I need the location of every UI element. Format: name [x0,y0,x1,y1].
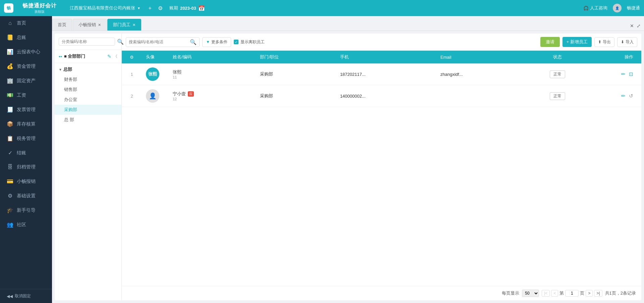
pagination-bar: 每页显示 50 100 |< < 第 页 > >| [122,286,641,300]
dept-edit-button[interactable]: ✎ [107,54,111,59]
pager-first-button[interactable]: |< [542,290,550,297]
tab-bar: 首页 小畅报销 ✕ 部门员工 ✕ ✕ ⤢ [52,16,644,31]
row2-edit-icon[interactable]: ✏ [621,93,626,99]
add-icon[interactable]: ＋ [146,3,154,13]
dept-item-office[interactable]: 办公室 [55,95,121,105]
sidebar-item-close[interactable]: ✓ 结账 [0,146,52,160]
col-name[interactable]: 姓名/编码 [169,51,256,63]
sidebar-label-ledger: 总账 [17,35,26,41]
pager-next-button[interactable]: > [586,290,593,297]
row1-edit-icon[interactable]: ✏ [621,71,626,77]
row2-status-cell: 正常 [527,85,588,107]
sidebar-item-invoice[interactable]: 🧾 发票管理 [0,102,52,117]
service-button[interactable]: 🎧 人工咨询 [583,5,607,11]
row2-avatar-cell: 👤 [142,85,169,107]
settings-nav-icon: ⚙ [7,193,13,199]
tab-expense[interactable]: 小畅报销 ✕ [73,19,107,31]
page-number-input[interactable] [565,290,579,297]
export-button[interactable]: ⬆ 导出 [594,37,614,47]
tab-expand-icon[interactable]: ⤢ [636,22,641,29]
tax-icon: 📋 [7,135,13,142]
row2-email-cell [436,85,527,107]
sidebar-item-archive[interactable]: 🗄 归档管理 [0,160,52,174]
sidebar-item-guide[interactable]: 🎓 新手引导 [0,203,52,217]
assets-icon: 🏢 [7,78,13,84]
row2-delete-icon[interactable]: ↺ [629,93,633,99]
employee-table-area: 🔍 ▼ 更多条件 ✓ 显示离职员工 邀请 + 新增员工 [122,34,641,300]
company-selector[interactable]: 江西服宝精品有限责任公司内账张 ▼ [70,5,141,11]
dept-group-headquarters[interactable]: ▼ 总部 [55,64,121,74]
pager: |< < 第 页 > >| [542,290,602,297]
company-arrow-icon: ▼ [137,6,141,10]
expense-icon: 💳 [7,178,13,185]
dept-all-label[interactable]: ■ 全部部门 [64,53,105,59]
dept-grid-icon: ▪▪ [59,54,62,59]
tab-expense-close[interactable]: ✕ [98,23,101,27]
inventory-icon: 📦 [7,121,13,127]
dept-item-sales[interactable]: 销售部 [55,85,121,95]
sidebar-item-expense[interactable]: 💳 小畅报销 [0,174,52,189]
funds-icon: 💰 [7,63,13,69]
dept-item-finance[interactable]: 财务部 [55,74,121,85]
dept-search-input[interactable] [59,38,115,46]
col-phone[interactable]: 手机 [336,51,436,63]
cancel-pin-label: 取消固定 [15,293,31,299]
row1-logout-icon[interactable]: ⊡ [629,71,633,77]
sidebar-item-settings[interactable]: ⚙ 基础设置 [0,189,52,203]
dept-item-finance-label: 财务部 [64,77,77,82]
filter-icon: ▼ [206,40,210,44]
cancel-pin-button[interactable]: ◀◀ 取消固定 [0,289,52,303]
col-dept[interactable]: 部门/职位 [256,51,336,63]
show-resigned-label: 显示离职员工 [240,39,265,45]
community-icon: 👥 [7,221,13,228]
dept-item-sales-label: 销售部 [64,87,77,92]
col-name-label: 姓名/编码 [173,54,192,59]
invite-button[interactable]: 邀请 [540,37,560,47]
dept-item-purchase[interactable]: 采购部 [55,105,121,115]
tab-close-all-icon[interactable]: ✕ [629,22,635,29]
sidebar-item-payroll[interactable]: 💵 工资 [0,88,52,102]
sidebar-label-archive: 归档管理 [17,164,36,170]
app-logo-icon: 畅 [4,3,13,13]
sidebar-item-reports[interactable]: 📊 云报表中心 [0,45,52,59]
emp-search-input[interactable] [129,40,190,44]
sidebar-item-community[interactable]: 👥 社区 [0,217,52,232]
pager-prev-button[interactable]: < [551,290,558,297]
sidebar-item-assets[interactable]: 🏢 固定资产 [0,73,52,88]
row1-num: 1 [122,63,142,85]
tab-dept[interactable]: 部门员工 ✕ [107,19,141,31]
dept-collapse-icon[interactable]: 《 [113,54,117,59]
logo-area: 畅 畅捷通好会计 旗舰版 [4,2,63,14]
add-employee-button[interactable]: + 新增员工 [562,37,592,47]
app-subtitle: 旗舰版 [35,9,45,14]
page-size-dropdown[interactable]: 50 100 [522,290,539,297]
period-label: 账期 [169,5,178,11]
sidebar-item-funds[interactable]: 💰 资金管理 [0,59,52,73]
import-button[interactable]: ⬇ 导入 [617,37,637,47]
settings-col-icon[interactable]: ⚙ [130,55,134,60]
dept-item-hq[interactable]: 总 部 [55,115,121,125]
emp-search-wrap: 🔍 [126,37,200,47]
sidebar-item-home[interactable]: ⌂ 首页 [0,16,52,30]
dept-group-label-text: 总部 [63,66,72,72]
sidebar-item-inventory[interactable]: 📦 库存核算 [0,117,52,131]
pager-last-button[interactable]: >| [594,290,602,297]
export-icon: ⬆ [598,40,601,44]
row1-name: 张熙 [173,69,252,75]
sidebar-item-tax[interactable]: 📋 税务管理 [0,131,52,146]
calendar-icon[interactable]: 📅 [198,5,205,11]
emp-search-icon[interactable]: 🔍 [190,39,197,45]
tab-dept-close[interactable]: ✕ [132,23,136,27]
row2-dept-cell: 采购部 [256,85,336,107]
sidebar-item-ledger[interactable]: 📒 总账 [0,30,52,45]
payroll-icon: 💵 [7,92,13,98]
row2-status-badge: 正常 [550,92,565,100]
settings-icon[interactable]: ⚙ [157,4,164,13]
page-unit: 页 [580,290,584,296]
import-label: 导入 [626,39,634,45]
row1-avatar-cell: 张熙 [142,63,169,85]
total-records-label: 共1页，2条记录 [605,290,636,296]
show-resigned-checkbox[interactable]: ✓ [234,40,238,44]
more-conditions-button[interactable]: ▼ 更多条件 [202,37,231,47]
tab-home[interactable]: 首页 [52,19,72,31]
